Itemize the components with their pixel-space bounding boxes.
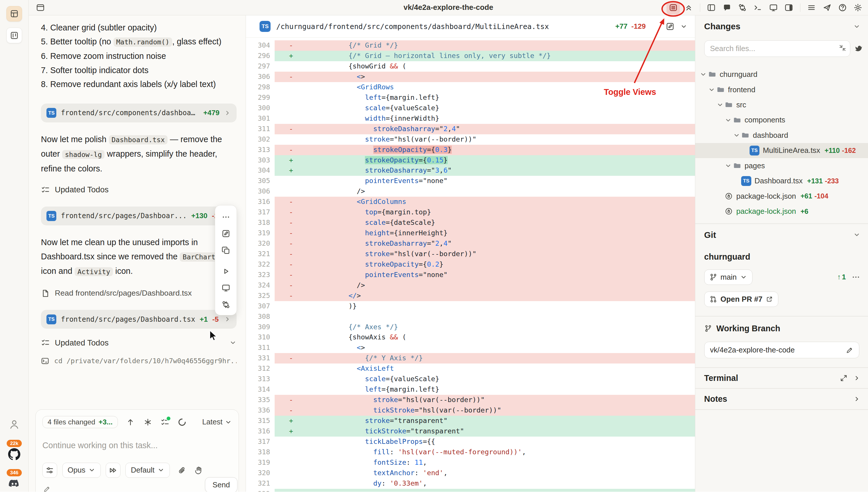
file-change-chip[interactable]: TSfrontend/src/components/dashboa...+479	[41, 103, 237, 122]
tree-item-name: dashboard	[753, 131, 788, 140]
annotation-toggle-views-label: Toggle Views	[599, 87, 661, 97]
ahead-indicator[interactable]: ↑1	[837, 273, 846, 281]
edit-box-icon[interactable]	[218, 226, 233, 241]
chevron-down-icon[interactable]	[853, 23, 861, 30]
tool-call-row[interactable]: Read frontend/src/pages/Dashboard.tsx	[41, 289, 237, 298]
more-icon[interactable]	[218, 210, 233, 224]
tree-folder-frontend[interactable]: frontend	[695, 82, 868, 97]
files-changed-stat: +3...	[99, 418, 113, 426]
chevron-down-icon	[88, 466, 95, 474]
additions-count: +479	[203, 109, 219, 117]
panel-left-icon[interactable]	[705, 1, 718, 15]
model-dropdown[interactable]: Opus	[63, 463, 101, 477]
composer-status-row: 4 files changed +3... Latest	[42, 415, 232, 429]
diff-line: 311 <>	[246, 343, 695, 353]
help-icon[interactable]	[836, 1, 849, 15]
chevron-right-icon[interactable]	[853, 374, 861, 382]
file-change-chip[interactable]: TSfrontend/src/pages/Dashboard.tsx+1-5	[41, 310, 237, 329]
mode-dropdown[interactable]: Default	[125, 463, 169, 477]
board-button[interactable]	[6, 28, 22, 43]
diff-line: 312 <AxisLeft	[246, 364, 695, 374]
file-change-chip[interactable]: TSfrontend/src/pages/Dashboar...+130-2	[41, 206, 237, 225]
discord-icon[interactable]	[8, 477, 20, 490]
git-compare-icon[interactable]	[218, 297, 233, 312]
open-pr-button[interactable]: Open PR #7	[704, 292, 778, 307]
tree-file-package-lock.json[interactable]: package-lock.json+6	[695, 204, 868, 219]
ts-badge: TS	[46, 315, 56, 324]
notes-section-header[interactable]: Notes	[695, 389, 868, 409]
draw-icon[interactable]	[43, 485, 51, 492]
tree-folder-churnguard[interactable]: churnguard	[695, 67, 868, 82]
monitor-icon[interactable]	[218, 281, 233, 295]
diff-line: 325- </>	[246, 291, 695, 301]
inline-annotation-icon[interactable]	[666, 22, 675, 31]
attach-icon[interactable]	[178, 466, 186, 475]
tree-folder-src[interactable]: src	[695, 97, 868, 112]
play-icon[interactable]	[218, 264, 233, 279]
search-files-input[interactable]	[704, 40, 850, 57]
more-icon[interactable]	[851, 273, 861, 282]
message-input[interactable]: Continue working on this task...	[42, 440, 232, 451]
panel-right-icon[interactable]	[782, 1, 796, 15]
bird-icon[interactable]	[855, 44, 864, 53]
terminal-command-row[interactable]: cd /private/var/folders/10/h7w0q46556ggr…	[41, 357, 237, 365]
files-changed-chip[interactable]: 4 files changed +3...	[42, 416, 118, 428]
todos-icon[interactable]	[161, 418, 169, 427]
toggle-views-icon[interactable]	[666, 1, 680, 15]
chevron-down-icon[interactable]	[680, 23, 687, 30]
sparkle-icon[interactable]	[143, 418, 153, 427]
chevron-down-icon	[708, 86, 715, 93]
todos-row[interactable]: Updated Todos	[41, 185, 237, 194]
search-row	[695, 35, 868, 64]
list-item: 7. Softer tooltip indicator dots	[41, 63, 237, 77]
terminal-section-header[interactable]: Terminal	[695, 368, 868, 389]
chat-icon[interactable]	[720, 1, 734, 15]
chevrons-up-icon[interactable]	[682, 1, 696, 15]
sliders-icon	[45, 466, 54, 475]
layout-icon	[10, 9, 19, 18]
todos-row[interactable]: Updated Todos	[41, 338, 237, 347]
arrow-up-icon[interactable]	[126, 418, 135, 427]
chevron-right-icon[interactable]	[853, 395, 861, 403]
collapse-tree-icon[interactable]	[839, 44, 846, 52]
terminal-icon[interactable]	[751, 1, 765, 15]
chevron-right-icon	[224, 109, 231, 117]
changes-section-header[interactable]: Changes	[695, 16, 868, 34]
workspaces-button[interactable]	[6, 6, 22, 22]
version-label: Latest	[202, 418, 222, 426]
chevron-down-icon[interactable]	[229, 339, 237, 346]
diff-line: 300 scale={valueScale}	[246, 103, 695, 114]
chevron-down-icon[interactable]	[853, 231, 861, 239]
branch-selector[interactable]: main	[704, 270, 752, 285]
github-icon[interactable]	[8, 448, 20, 460]
options-button[interactable]	[42, 463, 57, 477]
diff-line: 319 fontSize: 11,	[246, 458, 695, 468]
tree-file-package-lock.json[interactable]: package-lock.json+61-104	[695, 189, 868, 204]
tree-folder-components[interactable]: components	[695, 113, 868, 128]
forward-icon[interactable]	[820, 1, 834, 15]
file-name: frontend/src/pages/Dashboar...	[61, 212, 187, 220]
toolbar-divider	[700, 3, 701, 12]
account-icon[interactable]	[9, 419, 20, 430]
git-section-header[interactable]: Git	[695, 224, 868, 243]
hand-icon[interactable]	[194, 466, 203, 475]
send-button[interactable]: Send	[205, 477, 237, 492]
diff-body[interactable]: 304- {/* Grid */}296+ {/* Grid — horizon…	[246, 38, 695, 492]
fast-forward-button[interactable]	[106, 463, 120, 477]
tree-file-Dashboard.tsx[interactable]: TSDashboard.tsx+131-233	[695, 173, 868, 188]
expand-icon[interactable]	[840, 374, 848, 382]
chevron-down-icon	[225, 419, 232, 426]
working-branch-input[interactable]: vk/4e2a-explore-the-code	[704, 342, 859, 358]
git-branch-icon	[704, 325, 712, 333]
file-name: frontend/src/components/dashboa...	[61, 109, 199, 117]
monitor-icon[interactable]	[767, 1, 780, 15]
tree-folder-pages[interactable]: pages	[695, 158, 868, 173]
version-dropdown[interactable]: Latest	[202, 418, 232, 426]
edit-icon[interactable]	[846, 346, 853, 354]
tree-file-MultiLineArea.tsx[interactable]: TSMultiLineArea.tsx+110-162	[695, 143, 868, 158]
copy-icon[interactable]	[218, 243, 233, 257]
git-compare-icon[interactable]	[736, 1, 749, 15]
tree-folder-dashboard[interactable]: dashboard	[695, 128, 868, 143]
settings-icon[interactable]	[851, 1, 865, 15]
menu-icon[interactable]	[805, 1, 818, 15]
